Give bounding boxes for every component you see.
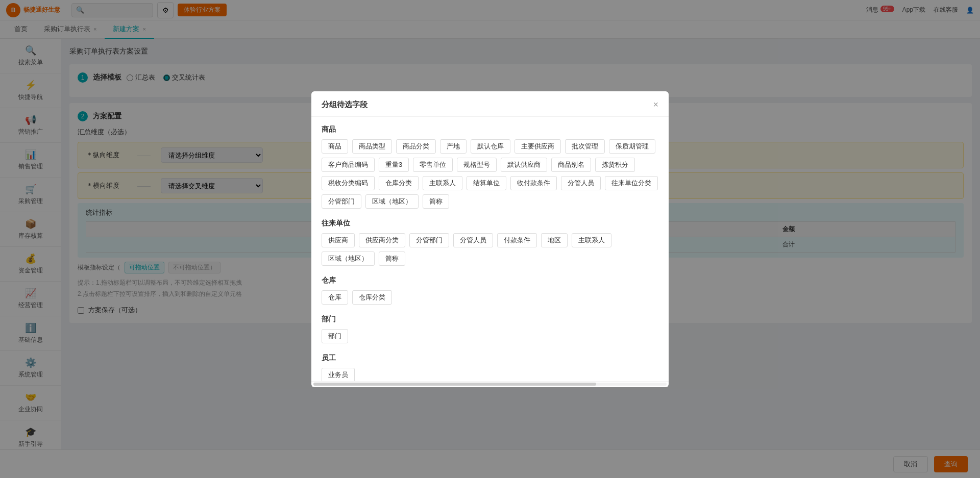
field-tag[interactable]: 付款条件 [497,233,537,247]
field-tag[interactable]: 部门 [322,329,348,343]
field-tag[interactable]: 区域（地区） [365,194,419,209]
field-tag[interactable]: 产地 [440,139,467,154]
modal-overlay: 分组待选字段 × 商品商品商品类型商品分类产地默认仓库主要供应商批次管理保质期管… [0,0,980,478]
field-tag[interactable]: 仓库分类 [352,290,392,305]
field-group-title: 部门 [322,315,658,324]
field-tags: 部门 [322,329,658,343]
field-group: 仓库仓库仓库分类 [322,276,658,305]
modal-header: 分组待选字段 × [311,91,669,117]
field-tags: 仓库仓库分类 [322,290,658,305]
modal-title: 分组待选字段 [322,100,368,110]
field-tag[interactable]: 批次管理 [565,139,605,154]
field-tag[interactable]: 拣货积分 [595,158,635,172]
field-tag[interactable]: 默认仓库 [471,139,510,154]
modal-close-button[interactable]: × [653,99,658,110]
field-tag[interactable]: 简称 [379,251,405,266]
field-tag[interactable]: 保质期管理 [609,139,655,154]
field-tags: 业务员 [322,368,658,381]
field-tag[interactable]: 商品 [322,139,348,154]
field-tag[interactable]: 主联系人 [423,176,462,190]
field-tag[interactable]: 主要供应商 [514,139,561,154]
field-tag[interactable]: 分管人员 [453,233,493,247]
field-tag[interactable]: 重量3 [379,158,409,172]
field-tag[interactable]: 零售单位 [413,158,453,172]
field-tag[interactable]: 仓库分类 [379,176,419,190]
field-tag[interactable]: 仓库 [322,290,348,305]
field-group-title: 往来单位 [322,219,658,228]
field-tag[interactable]: 分管部门 [409,233,449,247]
field-tag[interactable]: 地区 [541,233,568,247]
field-tag[interactable]: 结算单位 [467,176,506,190]
field-tag[interactable]: 商品别名 [551,158,591,172]
field-tag[interactable]: 供应商 [322,233,355,247]
field-tag[interactable]: 主联系人 [572,233,611,247]
field-tag[interactable]: 往来单位分类 [605,176,658,190]
field-group-title: 商品 [322,125,658,134]
field-tag[interactable]: 商品分类 [396,139,436,154]
field-tag[interactable]: 分管人员 [561,176,601,190]
field-tag[interactable]: 默认供应商 [501,158,547,172]
field-group-title: 员工 [322,354,658,363]
field-tag[interactable]: 供应商分类 [359,233,405,247]
field-group: 员工业务员 [322,354,658,381]
field-tags: 商品商品类型商品分类产地默认仓库主要供应商批次管理保质期管理客户商品编码重量3零… [322,139,658,209]
field-tag[interactable]: 业务员 [322,368,355,381]
modal-body: 商品商品商品类型商品分类产地默认仓库主要供应商批次管理保质期管理客户商品编码重量… [311,117,669,381]
field-tag[interactable]: 客户商品编码 [322,158,375,172]
field-tag[interactable]: 规格型号 [457,158,497,172]
field-tag[interactable]: 分管部门 [322,194,361,209]
hscroll-track [313,383,667,386]
field-tag[interactable]: 收付款条件 [510,176,557,190]
field-tag[interactable]: 税收分类编码 [322,176,375,190]
field-select-modal: 分组待选字段 × 商品商品商品类型商品分类产地默认仓库主要供应商批次管理保质期管… [311,91,669,387]
modal-hscroll[interactable] [311,381,669,387]
field-group: 部门部门 [322,315,658,343]
field-group: 商品商品商品类型商品分类产地默认仓库主要供应商批次管理保质期管理客户商品编码重量… [322,125,658,209]
field-group-title: 仓库 [322,276,658,285]
field-tag[interactable]: 商品类型 [352,139,392,154]
field-tags: 供应商供应商分类分管部门分管人员付款条件地区主联系人区域（地区）简称 [322,233,658,266]
hscroll-thumb [313,383,596,386]
field-group: 往来单位供应商供应商分类分管部门分管人员付款条件地区主联系人区域（地区）简称 [322,219,658,266]
field-tag[interactable]: 简称 [423,194,449,209]
field-tag[interactable]: 区域（地区） [322,251,375,266]
